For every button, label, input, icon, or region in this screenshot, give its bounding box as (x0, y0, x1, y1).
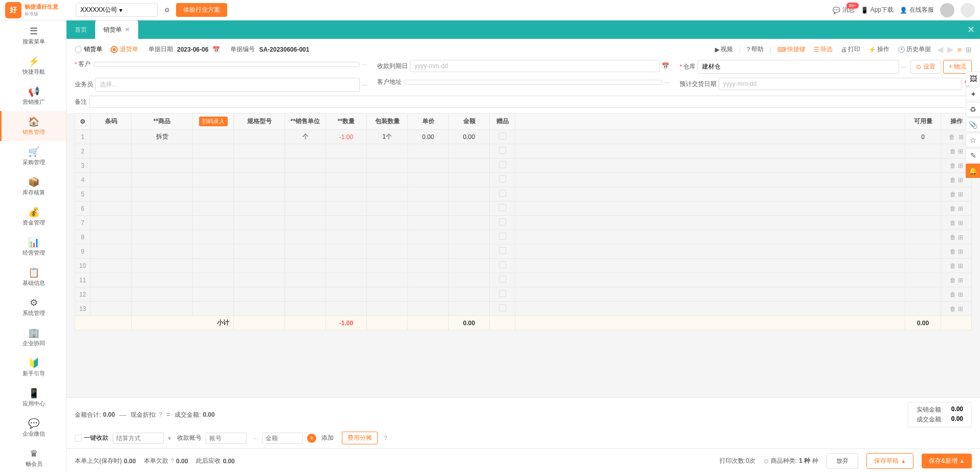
gift-checkbox[interactable] (499, 147, 506, 154)
delete-icon[interactable]: 🗑 (950, 248, 956, 255)
settings-icon[interactable]: ⚙ (160, 3, 174, 17)
delivery-date-input[interactable]: yyyy-mm-dd (718, 78, 962, 90)
cell-pkg-qty[interactable]: 1个 (367, 130, 408, 144)
save-new-button[interactable]: 保存&新增 ▲ (922, 454, 972, 468)
company-selector[interactable]: XXXXXX公司 ▾ (76, 3, 158, 17)
discard-button[interactable]: 放弃 (826, 453, 858, 469)
delete-icon[interactable]: 🗑 (950, 291, 956, 298)
cell-product[interactable]: 拆货 (132, 130, 193, 144)
copy-icon[interactable]: ⊞ (958, 205, 963, 212)
gift-checkbox[interactable] (499, 276, 506, 283)
shortcut-btn[interactable]: ⌨ 快捷键 (775, 44, 808, 55)
sidebar-item-guide[interactable]: 🔰 新手引导 (0, 352, 66, 382)
notes-input[interactable] (89, 96, 972, 108)
action-btn-6[interactable]: ✎ (966, 148, 980, 163)
sidebar-item-operations[interactable]: 📊 经营管理 (0, 232, 66, 262)
trial-button[interactable]: 体验行业方案 (176, 3, 227, 17)
sidebar-item-system[interactable]: ⚙ 系统管理 (0, 292, 66, 322)
expense-split-button[interactable]: 费用分摊 (342, 432, 378, 444)
action-btn-4[interactable]: 📎 (966, 118, 980, 132)
sidebar-item-sales[interactable]: 🏠 销售管理 (0, 111, 66, 141)
sidebar-item-quicknav[interactable]: ⚡ 快捷导航 (0, 51, 66, 81)
gift-checkbox[interactable] (499, 161, 506, 168)
expense-help-icon[interactable]: ? (384, 435, 387, 442)
address-ellipsis-icon[interactable]: ··· (664, 79, 669, 86)
copy-icon[interactable]: ⊞ (958, 234, 963, 241)
sidebar-item-wechat[interactable]: 💬 企业微信 (0, 413, 66, 443)
cell-spec[interactable] (234, 130, 285, 144)
gift-checkbox[interactable] (499, 261, 506, 268)
sidebar-item-appcenter[interactable]: 📱 应用中心 (0, 382, 66, 413)
one-click-payment-checkbox[interactable]: 一键收款 (75, 434, 108, 442)
method-dropdown-icon[interactable]: ▾ (168, 435, 171, 442)
sidebar-item-marketing[interactable]: 📢 营销推广 (0, 81, 66, 111)
radio-sales[interactable]: 销货单 (75, 45, 102, 54)
sidebar-item-purchase[interactable]: 🛒 采购管理 (0, 141, 66, 171)
grid-view-icon[interactable]: ⊞ (966, 46, 972, 54)
calendar-icon[interactable]: 📅 (212, 46, 220, 53)
gift-checkbox[interactable] (499, 204, 506, 211)
tab-close-icon[interactable]: ✕ (125, 26, 130, 33)
sidebar-item-basic[interactable]: 📋 基础信息 (0, 262, 66, 292)
action-btn-5[interactable]: ☆ (966, 133, 980, 147)
one-click-checkbox[interactable] (75, 435, 82, 442)
copy-icon[interactable]: ⊞ (958, 248, 963, 255)
sidebar-item-search[interactable]: ☰ 搜索菜单 (0, 20, 66, 51)
filter-btn[interactable]: ☰ 筛选 (812, 44, 835, 55)
copy-icon[interactable]: ⊞ (958, 191, 963, 198)
delete-icon[interactable]: 🗑 (950, 277, 956, 284)
delete-icon[interactable]: 🗑 (950, 219, 956, 227)
tab-home[interactable]: 首页 (67, 20, 95, 39)
col-settings[interactable]: ⚙ (75, 114, 91, 130)
cell-note[interactable] (515, 130, 905, 144)
customer-ellipsis-icon[interactable]: ··· (362, 61, 367, 68)
gift-checkbox[interactable] (499, 218, 506, 226)
account-input[interactable] (206, 433, 247, 444)
col-scan[interactable]: 扫码录入 (193, 114, 234, 130)
gift-checkbox[interactable] (499, 233, 506, 240)
video-btn[interactable]: ▶ 视频 (713, 44, 735, 55)
sidebar-item-finance[interactable]: 💰 资金管理 (0, 201, 66, 232)
tab-sales-order[interactable]: 销货单 ✕ (95, 20, 138, 39)
account-ellipsis-icon[interactable]: ··· (253, 435, 258, 442)
help-circle-icon[interactable]: ? (159, 411, 162, 418)
gift-checkbox[interactable] (499, 190, 506, 197)
app-download-btn[interactable]: 📱 App下载 (861, 6, 894, 14)
cell-barcode[interactable] (91, 130, 132, 144)
radio-return[interactable]: 退货单 (111, 45, 138, 54)
gift-checkbox[interactable] (499, 132, 506, 140)
copy-icon[interactable]: ⊞ (959, 133, 964, 141)
gift-checkbox[interactable] (499, 304, 506, 311)
due-date-input[interactable]: yyyy-mm-dd (410, 60, 660, 72)
sidebar-item-enterprise[interactable]: 🏢 企业协同 (0, 322, 66, 352)
scan-input-btn[interactable]: 扫码录入 (199, 117, 228, 126)
copy-icon[interactable]: ⊞ (958, 305, 963, 312)
set-button[interactable]: ⊙ 设置 (910, 60, 941, 74)
cell-gift[interactable] (490, 130, 515, 144)
copy-icon[interactable]: ⊞ (958, 148, 963, 155)
add-payment-button[interactable]: + (307, 434, 316, 443)
tab-close-all-icon[interactable]: ✕ (967, 24, 975, 35)
save-draft-button[interactable]: 保存草稿 ▲ (866, 453, 913, 469)
copy-icon[interactable]: ⊞ (958, 162, 963, 169)
cell-price[interactable]: 0.00 (408, 130, 449, 144)
delete-icon[interactable]: 🗑 (950, 205, 956, 212)
message-btn[interactable]: 💬 消息 99+ (833, 6, 855, 14)
owe-help-icon[interactable]: ? (170, 458, 174, 465)
salesperson-input[interactable]: 选择... (95, 78, 360, 92)
warehouse-ellipsis-icon[interactable]: ··· (901, 63, 906, 71)
delete-icon[interactable]: 🗑 (950, 234, 956, 241)
amount-input[interactable] (262, 433, 303, 444)
online-service-btn[interactable]: 👤 在线客服 (900, 6, 934, 14)
action-btn-1[interactable]: 🖼 (966, 72, 980, 86)
user-avatar[interactable] (940, 3, 954, 17)
address-input[interactable] (404, 80, 662, 85)
cell-qty[interactable]: -1.00 (326, 130, 367, 144)
action-btn-2[interactable]: ✦ (966, 87, 980, 101)
salesperson-ellipsis-icon[interactable]: ··· (362, 81, 367, 88)
copy-icon[interactable]: ⊞ (958, 262, 963, 269)
cell-unit[interactable]: 个 (285, 130, 326, 144)
ops-btn[interactable]: ⚡ 操作 (866, 44, 891, 55)
help-btn[interactable]: ? 帮助 (745, 44, 766, 55)
user-avatar-2[interactable] (961, 3, 975, 17)
